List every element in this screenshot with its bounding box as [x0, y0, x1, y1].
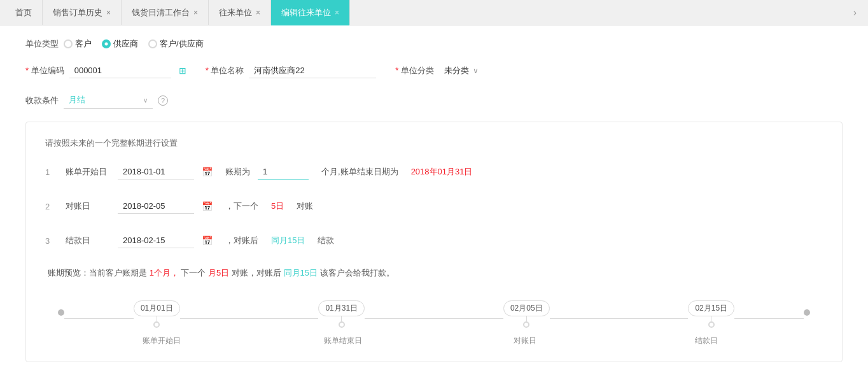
unit-code-input[interactable] — [69, 63, 171, 78]
section-instruction: 请按照未来的一个完整帐期进行设置 — [45, 137, 823, 149]
category-arrow-icon: ∨ — [473, 66, 479, 75]
billing-section: 请按照未来的一个完整帐期进行设置 1 账单开始日 📅 账期为 个月,账单结束日期… — [25, 122, 843, 362]
preview-1m: 1个月， — [150, 268, 179, 278]
row-label-3: 结款日 — [66, 235, 110, 246]
row-num-2: 2 — [45, 202, 58, 211]
tl-label-4-text: 结款日 — [616, 335, 798, 346]
payment-row: 收款条件 月结 ∨ ? — [25, 92, 843, 109]
close-edit-contact[interactable]: × — [335, 8, 339, 17]
row-label-2: 对账日 — [66, 201, 110, 212]
tl-start-dot — [58, 309, 64, 316]
close-sales-history[interactable]: × — [106, 8, 111, 17]
unit-category-label: 单位分类 — [395, 65, 434, 76]
row-desc-prefix-1: 账期为 — [225, 166, 250, 178]
calendar-icon-2[interactable]: 📅 — [202, 201, 213, 211]
unit-code-label: 单位编码 — [25, 65, 64, 76]
row-num-3: 3 — [45, 236, 58, 246]
unit-type-row: 单位类型 客户 供应商 客户/供应商 — [25, 38, 843, 50]
row-desc-2: ，下一个 — [225, 201, 258, 212]
radio-group: 客户 供应商 客户/供应商 — [64, 38, 204, 50]
preview-text: 账期预览：当前客户账期是 1个月， 下一个 月5日 对账，对账后 同月15日 该… — [45, 267, 823, 279]
unit-name-input[interactable] — [249, 63, 376, 78]
tl-end-dot — [804, 309, 810, 316]
tl-node-4: 02月15日 — [688, 300, 734, 328]
radio-both-circle — [148, 39, 157, 48]
tab-contacts[interactable]: 往来单位 × — [209, 0, 271, 25]
billing-row-2: 2 对账日 📅 ，下一个 5日 对账 — [45, 199, 823, 214]
tl-badge-1: 01月01日 — [134, 300, 180, 316]
radio-customer-circle — [64, 39, 73, 48]
unit-name-label: 单位名称 — [206, 65, 244, 76]
row-desc-3-prefix: ，对账后 — [225, 235, 258, 246]
payment-date-input[interactable] — [118, 233, 194, 248]
row-num-1: 1 — [45, 167, 58, 177]
help-icon[interactable]: ? — [158, 95, 168, 106]
close-cash-work[interactable]: × — [193, 8, 198, 17]
tab-bar: 首页 销售订单历史 × 钱货日清工作台 × 往来单位 × 编辑往来单位 × › — [0, 0, 868, 25]
tl-label-3-text: 对账日 — [434, 335, 616, 346]
timeline-labels: 账单开始日 账单结束日 对账日 结款日 — [45, 335, 823, 346]
period-input[interactable] — [258, 164, 309, 179]
radio-supplier-circle — [102, 39, 111, 48]
main-content: 单位类型 客户 供应商 客户/供应商 单位编码 ⊞ — [0, 25, 868, 387]
calendar-icon-3[interactable]: 📅 — [202, 236, 213, 246]
payment-terms-arrow-icon: ∨ — [143, 97, 148, 104]
highlight-end-date: 2018年01月31日 — [411, 166, 473, 178]
unit-type-item: 单位类型 客户 供应商 客户/供应商 — [25, 38, 204, 50]
tl-seg1: 01月01日 — [64, 300, 249, 332]
row-desc-suffix-1: 个月,账单结束日期为 — [321, 166, 398, 178]
unit-type-label: 单位类型 — [25, 38, 59, 50]
tl-line-1 — [64, 318, 134, 319]
radio-customer[interactable]: 客户 — [64, 38, 92, 50]
reconcile-date-input[interactable] — [118, 199, 194, 214]
preview-same: 同月15日 — [284, 268, 318, 278]
highlight-15th: 同月15日 — [271, 235, 305, 246]
tl-start — [58, 300, 64, 316]
payment-terms-value: 月结 — [69, 94, 139, 106]
tl-label-2-text: 账单结束日 — [253, 335, 435, 346]
row-desc-reconcile: 对账 — [297, 201, 313, 212]
unit-code-item: 单位编码 ⊞ — [25, 63, 186, 78]
unit-category-item: 单位分类 未分类 ∨ — [395, 62, 503, 79]
tab-sales-history[interactable]: 销售订单历史 × — [43, 0, 122, 25]
row-label-1: 账单开始日 — [66, 166, 110, 178]
tl-label-1-text: 账单开始日 — [71, 335, 253, 346]
row-desc-3-suffix: 结款 — [318, 235, 334, 246]
payment-terms-item: 收款条件 月结 ∨ ? — [25, 92, 168, 109]
tab-expand-icon[interactable]: › — [847, 7, 863, 18]
unit-category-select[interactable]: 未分类 ∨ — [439, 62, 503, 79]
radio-supplier[interactable]: 供应商 — [102, 38, 138, 50]
tab-cash-work[interactable]: 钱货日清工作台 × — [122, 0, 209, 25]
tab-edit-contact[interactable]: 编辑往来单位 × — [271, 0, 350, 25]
category-value: 未分类 — [444, 65, 469, 76]
copy-icon[interactable]: ⊞ — [179, 66, 186, 76]
close-contacts[interactable]: × — [256, 8, 260, 17]
billing-row-1: 1 账单开始日 📅 账期为 个月,账单结束日期为 2018年01月31日 — [45, 164, 823, 179]
payment-terms-label: 收款条件 — [25, 95, 59, 106]
tab-home[interactable]: 首页 — [5, 0, 43, 25]
tl-node-3: 02月05日 — [503, 300, 550, 328]
tl-node-2: 01月31日 — [318, 300, 365, 328]
tl-node2-wrap: 01月31日 — [249, 300, 435, 328]
highlight-5th: 5日 — [271, 201, 284, 212]
timeline: 01月01日 01月31日 — [45, 294, 823, 332]
tl-line-2 — [180, 318, 249, 319]
tl-end — [804, 300, 810, 316]
tl-dot-1 — [153, 321, 160, 328]
unit-info-row: 单位编码 ⊞ 单位名称 单位分类 未分类 ∨ — [25, 62, 843, 79]
start-date-input[interactable] — [118, 164, 194, 179]
tl-connector-1 — [157, 316, 157, 321]
calendar-icon-1[interactable]: 📅 — [202, 167, 213, 177]
tl-node4-wrap: 02月15日 — [619, 300, 804, 328]
radio-both[interactable]: 客户/供应商 — [148, 38, 204, 50]
preview-5th: 月5日 — [208, 268, 229, 278]
unit-name-item: 单位名称 — [206, 63, 377, 78]
tl-node3-wrap: 02月05日 — [434, 300, 619, 328]
payment-terms-select[interactable]: 月结 ∨ — [64, 92, 153, 109]
tl-node-1: 01月01日 — [134, 300, 180, 328]
billing-row-3: 3 结款日 📅 ，对账后 同月15日 结款 — [45, 233, 823, 248]
tl-badge-4: 02月15日 — [688, 300, 734, 316]
tl-badge-3: 02月05日 — [503, 300, 550, 316]
tl-badge-2: 01月31日 — [318, 300, 365, 316]
